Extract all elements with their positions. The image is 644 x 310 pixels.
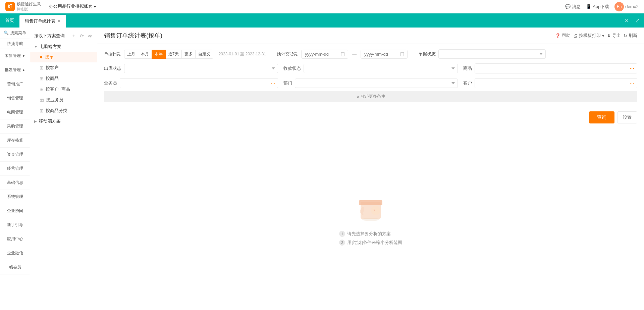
empty-tip-1: 1 请先选择要分析的方案 <box>339 231 402 237</box>
date-quick-btns: 上月 本月 本年 近7天 更多 自定义 <box>124 50 213 59</box>
7days-btn[interactable]: 近7天 <box>165 50 182 59</box>
group-arrow-icon: ▼ <box>34 45 38 49</box>
scheme-item-by-customer-goods[interactable]: ⊞ 按客户+商品 <box>30 84 97 95</box>
sidebar-item-purchase[interactable]: 采购管理 <box>0 119 30 134</box>
print-button[interactable]: 🖨 按模板打印 ▾ <box>573 33 604 39</box>
sidebar-item-ecommerce[interactable]: 电商管理 <box>0 105 30 119</box>
collapse-scheme-icon[interactable]: ≪ <box>87 33 93 39</box>
dept-select[interactable] <box>295 79 458 88</box>
tab-bar: 首页 销售订单统计表 ✕ ✕ ⤢ <box>0 13 644 28</box>
scheme-item-by-order[interactable]: ● 按单 <box>30 52 97 62</box>
report-title: 销售订单统计表(按单) <box>104 32 162 40</box>
salesperson-label: 业务员 <box>104 80 117 86</box>
message-button[interactable]: 💬 消息 <box>565 4 581 10</box>
sidebar-item-system[interactable]: 系统管理 <box>0 190 30 204</box>
scheme-group-mobile-header[interactable]: ▶ 移动端方案 <box>30 116 97 126</box>
avatar: Ea <box>614 2 624 11</box>
collapse-icon: ∧ <box>357 94 360 99</box>
chevron-down-icon: ▾ <box>94 4 96 9</box>
customer-input[interactable]: ··· <box>475 78 637 88</box>
date-separator: — <box>351 52 358 57</box>
add-scheme-icon[interactable]: ＋ <box>71 33 77 39</box>
refresh-scheme-icon[interactable]: ⟳ <box>79 33 85 39</box>
scheme-item-label: 按业务员 <box>46 97 63 103</box>
scheme-item-by-category[interactable]: ⊞ 按商品分类 <box>30 105 97 116</box>
expected-date-end-input[interactable] <box>361 50 408 59</box>
delivery-select[interactable] <box>124 64 278 73</box>
more-btn[interactable]: 更多 <box>181 50 196 59</box>
expected-date-start-input[interactable] <box>301 50 348 59</box>
refresh-button[interactable]: ↻ 刷新 <box>624 33 637 39</box>
empty-tips: 1 请先选择要分析的方案 2 用[过滤]条件来缩小分析范围 <box>339 231 402 246</box>
sidebar-item-enterprise[interactable]: 企业协同 <box>0 204 30 218</box>
tab-home[interactable]: 首页 <box>0 13 19 28</box>
salesperson-input[interactable]: ··· <box>120 78 278 88</box>
customer-dots-icon[interactable]: ··· <box>630 80 634 86</box>
payment-label: 收款状态 <box>283 65 301 71</box>
scheme-item-label: 按单 <box>45 54 54 60</box>
tab-sales-stat[interactable]: 销售订单统计表 ✕ <box>19 15 66 28</box>
scheme-item-by-customer[interactable]: ⊞ 按客户 <box>30 62 97 73</box>
export-button[interactable]: ⬇ 导出 <box>607 33 621 39</box>
help-button[interactable]: ❓ 帮助 <box>555 33 571 39</box>
sidebar-item-sales[interactable]: 销售管理 <box>0 91 30 105</box>
goods-input[interactable]: ··· <box>475 63 637 73</box>
sidebar-item-retail[interactable]: 零售管理 ▼ <box>0 49 30 63</box>
sidebar-item-wholesale[interactable]: 批发管理 ▲ <box>0 63 30 77</box>
scheme-group-pc-header[interactable]: ▼ 电脑端方案 <box>30 42 97 52</box>
logo-subtitle: 标账版 <box>17 7 41 11</box>
sidebar-item-newbie[interactable]: 新手引导 <box>0 218 30 232</box>
sidebar-item-marketing[interactable]: 营销推广 <box>0 77 30 91</box>
date-filter-label: 单据日期 <box>104 51 121 57</box>
query-button[interactable]: 查询 <box>589 111 614 123</box>
top-bar-right: 💬 消息 📱 App下载 Ea demo2 <box>565 2 639 11</box>
scheme-group-mobile: ▶ 移动端方案 <box>30 116 97 126</box>
action-bar: 查询 设置 <box>97 107 644 127</box>
tip-num-2: 2 <box>339 240 345 246</box>
tab-close-icon[interactable]: ✕ <box>57 19 61 23</box>
customer-filter-group: 客户 ··· <box>463 78 637 88</box>
scheme-item-label: 按商品分类 <box>46 108 67 114</box>
scheme-item-by-salesperson[interactable]: ▦ 按业务员 <box>30 95 97 105</box>
status-select[interactable] <box>438 49 546 59</box>
tip-text-1: 请先选择要分析的方案 <box>347 231 391 237</box>
sidebar-item-vip[interactable]: 畅会员 <box>0 260 30 274</box>
goods-dots-icon[interactable]: ··· <box>630 65 634 71</box>
app-download-button[interactable]: 📱 App下载 <box>586 4 609 10</box>
sidebar-item-finance[interactable]: 资金管理 <box>0 148 30 162</box>
scheme-panel: 按以下方案查询 ＋ ⟳ ≪ ▼ 电脑端方案 ● 按单 ⊞ <box>30 28 97 310</box>
chevron-icon: ▼ <box>22 54 25 58</box>
svg-text:?: ? <box>373 208 375 213</box>
sidebar-item-appstore[interactable]: 应用中心 <box>0 232 30 246</box>
scheme-group-pc: ▼ 电脑端方案 ● 按单 ⊞ 按客户 ⊞ 按商品 ⊞ 按客户+商品 <box>30 42 97 116</box>
logo-area: 好 畅捷通好生意 标账版 <box>5 2 41 12</box>
sidebar-item-inventory[interactable]: 库存核算 <box>0 134 30 148</box>
payment-select[interactable] <box>304 64 458 73</box>
sidebar-quick-nav[interactable]: 快捷导航 <box>0 39 30 49</box>
grid-icon: ⊞ <box>40 76 44 81</box>
user-profile-button[interactable]: Ea demo2 <box>614 2 639 11</box>
collapse-bar[interactable]: ∧ 收起更多条件 <box>104 91 637 102</box>
sidebar-item-basic[interactable]: 基础信息 <box>0 176 30 190</box>
settings-button[interactable]: 设置 <box>617 111 637 123</box>
this-year-btn[interactable]: 本年 <box>152 50 166 59</box>
tab-expand-button[interactable]: ⤢ <box>633 16 641 24</box>
sidebar-search[interactable]: 🔍 搜索菜单 <box>0 28 30 39</box>
delivery-label: 出库状态 <box>104 65 121 71</box>
prev-month-btn[interactable]: 上月 <box>124 50 138 59</box>
sidebar-item-operation[interactable]: 经营管理 <box>0 162 30 176</box>
sidebar-item-wechat[interactable]: 企业微信 <box>0 246 30 260</box>
app-selector[interactable]: 办公用品行业模拟账套 ▾ <box>49 3 96 9</box>
grid-icon: ⊞ <box>40 108 44 113</box>
chevron-down-icon: ▾ <box>602 33 604 38</box>
empty-state: ? 1 请先选择要分析的方案 2 用[过滤]条件来缩小分析范围 <box>97 127 644 310</box>
tab-close-all-button[interactable]: ✕ <box>623 16 631 24</box>
expected-date-group: 预计交货期 — <box>277 50 408 59</box>
salesperson-dots-icon[interactable]: ··· <box>271 80 275 86</box>
this-month-btn[interactable]: 本月 <box>138 50 152 59</box>
tip-text-2: 用[过滤]条件来缩小分析范围 <box>347 240 402 246</box>
custom-btn[interactable]: 自定义 <box>195 50 213 59</box>
goods-filter-group: 商品 ··· <box>463 63 637 73</box>
scheme-item-by-goods[interactable]: ⊞ 按商品 <box>30 73 97 84</box>
salesperson-filter-group: 业务员 ··· <box>104 78 278 88</box>
